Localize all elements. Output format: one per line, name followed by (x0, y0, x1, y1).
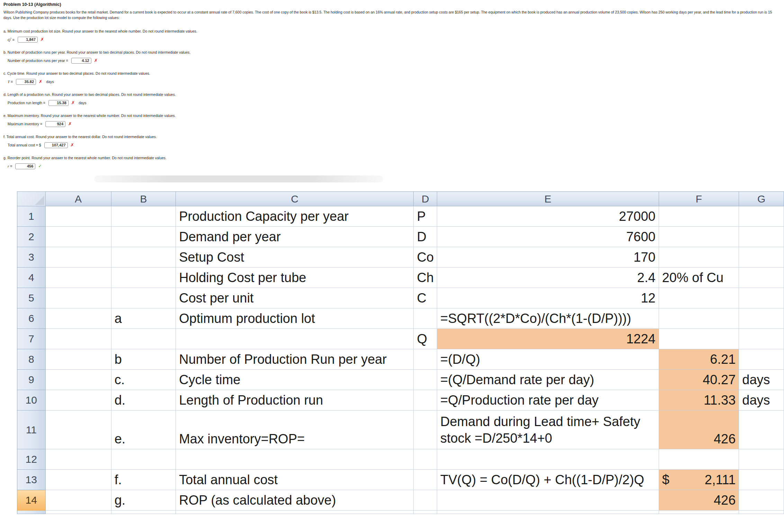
cell-D9 (414, 370, 437, 390)
cell-C5: Cost per unit (176, 288, 414, 308)
cell-B12 (111, 449, 176, 470)
cell-B5 (111, 288, 176, 308)
cell-A12 (45, 449, 111, 470)
cell-partial (414, 511, 437, 514)
row-header-12[interactable]: 12 (17, 449, 46, 470)
faded-scrollbar (94, 175, 383, 182)
cell-G3 (739, 247, 784, 268)
cell-E10: =Q/Production rate per day (437, 390, 659, 411)
cell-B13: f. (111, 470, 176, 490)
currency-amount: 2,111 (705, 472, 736, 487)
part-answer-row: Total annual cost = $ 107,427✗ (8, 141, 74, 149)
part-prompt: d. Length of a production run. Round you… (3, 92, 488, 97)
cell-C13: Total annual cost (176, 470, 414, 490)
row-header-10[interactable]: 10 (17, 390, 46, 411)
cell-E3: 170 (437, 247, 659, 268)
cell-D5: C (414, 288, 437, 308)
column-header-E[interactable]: E (437, 192, 659, 206)
cell-D11 (414, 411, 437, 449)
cell-A14 (45, 490, 111, 511)
cell-B8: b (111, 349, 176, 370)
cell-E2: 7600 (437, 227, 659, 247)
cell-B6: a (111, 308, 176, 329)
part-prompt: b. Number of production runs per year. R… (3, 50, 488, 54)
cell-C6: Optimum production lot (176, 308, 414, 329)
currency-symbol: $ (662, 472, 669, 487)
cell-E4: 2.4 (437, 268, 659, 288)
cell-C1: Production Capacity per year (176, 206, 414, 227)
cell-G2 (739, 227, 784, 247)
column-header-A[interactable]: A (45, 192, 111, 206)
answer-input-d[interactable]: 15.38 (48, 100, 69, 106)
cell-F10: 11.33 (659, 390, 739, 411)
row-header-14[interactable]: 14 (17, 490, 46, 511)
row-header-7[interactable]: 7 (17, 329, 46, 349)
cell-F12 (659, 449, 739, 470)
answer-input-a[interactable]: 1,847 (18, 37, 38, 43)
cell-E14 (437, 490, 659, 511)
cell-D12 (414, 449, 437, 470)
cell-A1 (45, 206, 111, 227)
row-header-5[interactable]: 5 (17, 288, 46, 308)
column-header-G[interactable]: G (739, 192, 784, 206)
cell-F11: 426 (659, 411, 739, 449)
row-header-1[interactable]: 1 (17, 206, 46, 227)
row-header-2[interactable]: 2 (17, 227, 46, 247)
column-header-F[interactable]: F (659, 192, 739, 206)
answer-input-e[interactable]: 924 (45, 121, 65, 127)
row-header-6[interactable]: 6 (17, 308, 46, 329)
cell-F13: $2,111 (659, 470, 739, 490)
part-g: g. Reorder point. Round your answer to t… (3, 156, 488, 175)
cell-C8: Number of Production Run per year (176, 349, 414, 370)
cell-D1: P (414, 206, 437, 227)
cell-F3 (659, 247, 739, 268)
answer-unit: days (79, 101, 86, 105)
answer-label: Maximum inventory = (8, 122, 43, 126)
part-f: f. Total annual cost. Round your answer … (3, 135, 488, 154)
cell-F6 (659, 308, 739, 329)
cell-D2: D (414, 227, 437, 247)
answer-value: 456 (27, 164, 33, 168)
incorrect-icon: ✗ (71, 143, 74, 147)
answer-input-f[interactable]: 107,427 (44, 142, 68, 148)
cell-G11 (739, 411, 784, 449)
cell-G6 (739, 308, 784, 329)
column-header-C[interactable]: C (176, 192, 414, 206)
problem-title: Problem 10-13 (Algorithmic) (3, 2, 61, 7)
part-prompt: c. Cycle time. Round your answer to two … (3, 71, 488, 75)
cell-G10: days (739, 390, 784, 411)
column-header-D[interactable]: D (414, 192, 437, 206)
cell-F5 (659, 288, 739, 308)
row-header-3[interactable]: 3 (17, 247, 46, 268)
row-header-15[interactable] (17, 511, 46, 514)
part-answer-row: r = 456✓ (8, 162, 42, 170)
cell-A10 (45, 390, 111, 411)
answer-label: Total annual cost = $ (8, 143, 42, 147)
cell-E6: =SQRT((2*D*Co)/(Ch*(1-(D/P)))) (437, 308, 659, 329)
row-header-13[interactable]: 13 (17, 470, 46, 490)
answer-label: T = (8, 80, 14, 84)
answer-input-g[interactable]: 456 (15, 163, 35, 169)
cell-G12 (739, 449, 784, 470)
cell-partial (437, 511, 659, 514)
cell-A3 (45, 247, 111, 268)
row-header-4[interactable]: 4 (17, 268, 46, 288)
cell-G1 (739, 206, 784, 227)
cell-F9: 40.27 (659, 370, 739, 390)
cell-B14: g. (111, 490, 176, 511)
column-header-B[interactable]: B (111, 192, 176, 206)
cell-A9 (45, 370, 111, 390)
row-header-9[interactable]: 9 (17, 370, 46, 390)
row-header-8[interactable]: 8 (17, 349, 46, 370)
cell-D8 (414, 349, 437, 370)
answer-input-b[interactable]: 4.12 (71, 58, 91, 64)
cell-D4: Ch (414, 268, 437, 288)
corner-triangle-icon (35, 196, 44, 205)
row-header-11[interactable]: 11 (17, 411, 46, 449)
problem-description: Wilson Publishing Company produces books… (3, 9, 782, 20)
select-all-corner[interactable] (17, 192, 46, 206)
part-prompt: e. Maximum inventory. Round your answer … (3, 114, 488, 118)
cell-F8: 6.21 (659, 349, 739, 370)
answer-input-c[interactable]: 35.82 (16, 79, 36, 85)
cell-A2 (45, 227, 111, 247)
